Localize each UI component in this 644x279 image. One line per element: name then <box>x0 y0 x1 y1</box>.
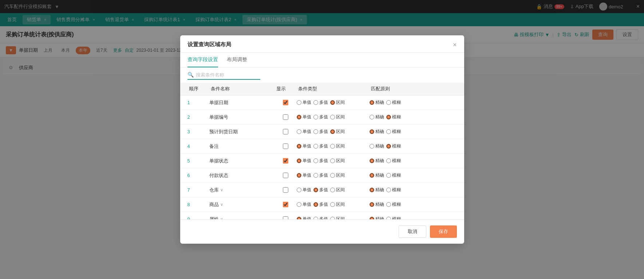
modal-title: 设置查询区域布局 <box>187 41 231 48</box>
modal-close-btn[interactable]: × <box>453 42 457 48</box>
search-box: 🔍 <box>187 72 260 78</box>
modal-overlay[interactable]: 设置查询区域布局 × 查询字段设置 布局调整 🔍 顺序 条件名称 显示 条件类型… <box>0 0 644 78</box>
modal-header: 设置查询区域布局 × <box>180 35 464 53</box>
search-input[interactable] <box>196 72 254 78</box>
search-icon: 🔍 <box>187 72 194 78</box>
modal-search-area: 🔍 <box>180 67 464 78</box>
tab-layout-adjust[interactable]: 布局调整 <box>227 53 247 67</box>
tab-query-fields[interactable]: 查询字段设置 <box>187 53 218 67</box>
modal-tabs: 查询字段设置 布局调整 <box>180 53 464 67</box>
modal-dialog: 设置查询区域布局 × 查询字段设置 布局调整 🔍 顺序 条件名称 显示 条件类型… <box>180 35 464 78</box>
